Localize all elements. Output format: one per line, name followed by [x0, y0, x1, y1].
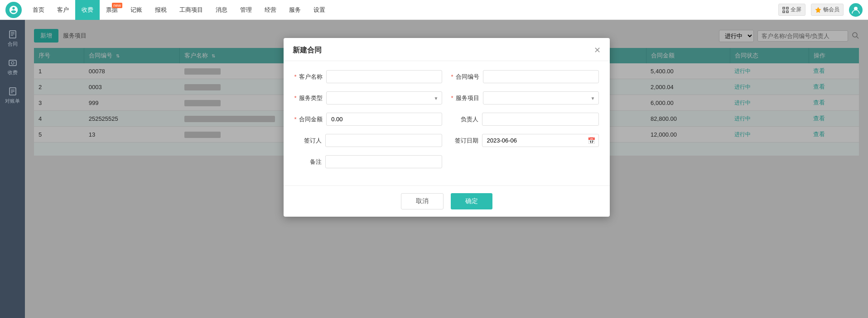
modal-title: 新建合同	[293, 46, 322, 55]
content-area: 新增 服务项目 进行中 已完成 已取消	[25, 20, 868, 318]
main-layout: 合同 收费 对账单 新增 服务项目 进行中	[0, 20, 868, 318]
form-group-service-type: * 服务类型	[294, 91, 442, 104]
modal-close-button[interactable]: ✕	[594, 45, 601, 55]
contract-amount-label: * 合同金额	[294, 115, 323, 123]
sidebar: 合同 收费 对账单	[0, 20, 25, 318]
new-badge: new	[112, 3, 122, 8]
sidebar-item-fee[interactable]: 收费	[0, 53, 25, 81]
fullscreen-button[interactable]: 全屏	[778, 4, 805, 16]
form-group-contract-no: * 合同编号	[451, 70, 599, 83]
vip-button[interactable]: 畅会员	[811, 4, 844, 16]
service-project-select-wrapper	[483, 91, 598, 104]
service-type-select-wrapper	[326, 91, 442, 104]
sidebar-fee-label: 收费	[8, 69, 18, 76]
new-contract-modal: 新建合同 ✕ * 客户名称	[284, 38, 610, 217]
top-nav-right: 全屏 畅会员	[778, 3, 863, 17]
nav-item-service[interactable]: 服务	[283, 0, 307, 20]
service-project-form-label: * 服务项目	[451, 94, 480, 102]
confirm-button[interactable]: 确定	[451, 193, 492, 209]
form-row-3: * 合同金额 负责人	[294, 113, 599, 126]
contract-amount-input[interactable]	[326, 113, 442, 126]
form-row-2: * 服务类型 * 服务项目	[294, 91, 599, 104]
nav-item-operation[interactable]: 经营	[258, 0, 283, 20]
svg-marker-4	[815, 7, 821, 13]
nav-items: 首页 客户 收费 票据 new 记账 报税 工商项目 消息 管理 经营 服务 设…	[26, 0, 778, 20]
nav-item-fee[interactable]: 收费	[75, 0, 100, 20]
nav-item-customer[interactable]: 客户	[51, 0, 75, 20]
modal-footer: 取消 确定	[284, 185, 610, 217]
nav-item-tax[interactable]: 报税	[149, 0, 173, 20]
nav-item-manage[interactable]: 管理	[234, 0, 258, 20]
service-project-select[interactable]	[483, 91, 598, 104]
svg-rect-0	[783, 7, 785, 9]
form-row-5: 备注	[294, 155, 599, 168]
form-group-remark: 备注	[294, 155, 442, 168]
vip-label: 畅会员	[823, 6, 839, 14]
responsible-person-input[interactable]	[482, 113, 599, 126]
modal-overlay: 新建合同 ✕ * 客户名称	[25, 20, 868, 318]
customer-name-label: * 客户名称	[294, 73, 323, 81]
svg-rect-1	[786, 7, 788, 9]
remark-label: 备注	[294, 158, 322, 166]
sign-date-input[interactable]	[482, 134, 599, 147]
nav-item-settings[interactable]: 设置	[307, 0, 332, 20]
signer-label: 签订人	[294, 137, 322, 145]
logo	[5, 2, 22, 18]
svg-rect-2	[783, 11, 785, 13]
nav-item-accounting[interactable]: 记账	[124, 0, 149, 20]
sidebar-item-contract[interactable]: 合同	[0, 24, 25, 53]
customer-name-input[interactable]	[326, 70, 442, 83]
svg-point-11	[11, 62, 14, 64]
form-group-sign-date: 签订日期 📅	[451, 134, 599, 147]
sidebar-item-statement[interactable]: 对账单	[0, 81, 25, 110]
service-type-select[interactable]	[326, 91, 442, 104]
avatar[interactable]	[849, 3, 863, 17]
form-group-contract-amount: * 合同金额	[294, 113, 442, 126]
form-group-signer: 签订人	[294, 134, 442, 147]
nav-item-message[interactable]: 消息	[209, 0, 234, 20]
form-row-1: * 客户名称 * 合同编号	[294, 70, 599, 83]
nav-item-invoice[interactable]: 票据 new	[100, 0, 124, 20]
form-group-placeholder	[451, 155, 599, 168]
sidebar-statement-label: 对账单	[5, 98, 20, 104]
svg-rect-6	[10, 31, 16, 38]
nav-item-home[interactable]: 首页	[26, 0, 51, 20]
modal-body: * 客户名称 * 合同编号	[284, 61, 610, 185]
svg-rect-10	[9, 60, 16, 66]
nav-item-business[interactable]: 工商项目	[173, 0, 209, 20]
form-row-4: 签订人 签订日期 📅	[294, 134, 599, 147]
form-group-customer-name: * 客户名称	[294, 70, 442, 83]
cancel-button[interactable]: 取消	[401, 193, 444, 209]
sidebar-contract-label: 合同	[8, 41, 18, 47]
svg-rect-3	[786, 11, 788, 13]
fullscreen-label: 全屏	[791, 6, 801, 14]
sign-date-wrapper: 📅	[482, 134, 599, 147]
form-group-responsible: 负责人	[451, 113, 599, 126]
top-nav: 首页 客户 收费 票据 new 记账 报税 工商项目 消息 管理 经营 服务 设…	[0, 0, 868, 20]
form-group-service-project: * 服务项目	[451, 91, 599, 104]
contract-no-input[interactable]	[483, 70, 598, 83]
service-type-label: * 服务类型	[294, 94, 323, 102]
remark-input[interactable]	[325, 155, 442, 168]
contract-no-label: * 合同编号	[451, 73, 480, 81]
modal-header: 新建合同 ✕	[284, 38, 610, 61]
signer-input[interactable]	[325, 134, 442, 147]
sign-date-label: 签订日期	[451, 137, 478, 145]
responsible-person-label: 负责人	[451, 115, 478, 123]
